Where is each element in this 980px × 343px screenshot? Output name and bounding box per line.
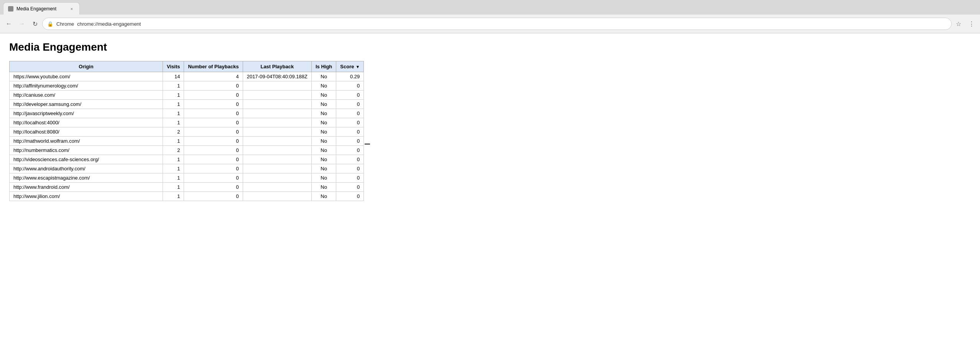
table-row: http://caniuse.com/10No0 <box>10 91 364 100</box>
nav-bar: ← → ↻ 🔒 Chrome ☆ ⋮ <box>0 15 980 33</box>
cell-last-playback <box>243 109 311 118</box>
cell-origin: https://www.youtube.com/ <box>10 72 163 81</box>
table-row: https://www.youtube.com/1442017-09-04T08… <box>10 72 364 81</box>
cell-is-high: No <box>311 146 336 155</box>
cell-last-playback <box>243 155 311 164</box>
cell-visits: 2 <box>163 127 184 137</box>
cell-last-playback <box>243 100 311 109</box>
header-last-playback[interactable]: Last Playback <box>243 61 311 72</box>
cell-visits: 1 <box>163 109 184 118</box>
cell-origin: http://www.escapistmagazine.com/ <box>10 173 163 183</box>
cell-is-high: No <box>311 192 336 201</box>
cell-last-playback <box>243 192 311 201</box>
back-button[interactable]: ← <box>3 18 15 30</box>
cell-score: 0 <box>336 146 364 155</box>
tab-favicon-icon <box>8 6 13 12</box>
table-row: http://www.escapistmagazine.com/10No0 <box>10 173 364 183</box>
menu-icon: ⋮ <box>968 20 975 28</box>
cell-is-high: No <box>311 72 336 81</box>
table-row: http://www.frandroid.com/10No0 <box>10 183 364 192</box>
cell-score: 0 <box>336 183 364 192</box>
tab-bar: Media Engagement × <box>0 0 980 15</box>
forward-button[interactable]: → <box>16 18 28 30</box>
cell-last-playback <box>243 118 311 127</box>
cell-last-playback: 2017-09-04T08:40:09.188Z <box>243 72 311 81</box>
cell-visits: 2 <box>163 146 184 155</box>
cell-origin: http://localhost:4000/ <box>10 118 163 127</box>
cell-origin: http://numbermatics.com/ <box>10 146 163 155</box>
cell-origin: http://affinitynumerology.com/ <box>10 81 163 91</box>
cell-visits: 1 <box>163 91 184 100</box>
cell-last-playback <box>243 183 311 192</box>
cell-score: 0 <box>336 118 364 127</box>
cell-playbacks: 0 <box>184 155 243 164</box>
cell-playbacks: 0 <box>184 118 243 127</box>
cell-is-high: No <box>311 155 336 164</box>
cell-playbacks: 0 <box>184 192 243 201</box>
table-wrapper: Origin Visits Number of Playbacks Last P… <box>9 61 364 201</box>
cell-score: 0 <box>336 100 364 109</box>
cell-origin: http://caniuse.com/ <box>10 91 163 100</box>
header-is-high[interactable]: Is High <box>311 61 336 72</box>
cell-playbacks: 0 <box>184 146 243 155</box>
cell-is-high: No <box>311 127 336 137</box>
table-row: http://numbermatics.com/20No0 <box>10 146 364 155</box>
browser-chrome: Media Engagement × ← → ↻ 🔒 Chrome ☆ ⋮ <box>0 0 980 33</box>
cell-visits: 1 <box>163 192 184 201</box>
tab-close-button[interactable]: × <box>69 6 75 12</box>
cell-playbacks: 0 <box>184 183 243 192</box>
header-playbacks[interactable]: Number of Playbacks <box>184 61 243 72</box>
cell-is-high: No <box>311 91 336 100</box>
table-row: http://affinitynumerology.com/10No0 <box>10 81 364 91</box>
cell-last-playback <box>243 81 311 91</box>
reload-button[interactable]: ↻ <box>29 18 41 30</box>
header-origin[interactable]: Origin <box>10 61 163 72</box>
cell-playbacks: 0 <box>184 164 243 173</box>
active-tab[interactable]: Media Engagement × <box>3 2 80 15</box>
scrollbar-thumb <box>365 143 370 145</box>
cell-playbacks: 0 <box>184 91 243 100</box>
cell-is-high: No <box>311 164 336 173</box>
media-engagement-table: Origin Visits Number of Playbacks Last P… <box>9 61 364 201</box>
cell-visits: 1 <box>163 137 184 146</box>
reload-icon: ↻ <box>33 20 38 28</box>
score-label: Score <box>340 64 354 69</box>
sort-arrow-icon: ▼ <box>355 64 360 69</box>
browser-menu-button[interactable]: ⋮ <box>966 18 977 29</box>
back-icon: ← <box>6 20 12 27</box>
cell-score: 0.29 <box>336 72 364 81</box>
cell-playbacks: 0 <box>184 109 243 118</box>
header-visits[interactable]: Visits <box>163 61 184 72</box>
table-row: http://localhost:4000/10No0 <box>10 118 364 127</box>
cell-is-high: No <box>311 118 336 127</box>
cell-visits: 1 <box>163 100 184 109</box>
cell-origin: http://developer.samsung.com/ <box>10 100 163 109</box>
cell-is-high: No <box>311 100 336 109</box>
cell-playbacks: 0 <box>184 137 243 146</box>
table-row: http://mathworld.wolfram.com/10No0 <box>10 137 364 146</box>
table-row: http://www.androidauthority.com/10No0 <box>10 164 364 173</box>
cell-last-playback <box>243 173 311 183</box>
cell-is-high: No <box>311 81 336 91</box>
cell-score: 0 <box>336 164 364 173</box>
table-row: http://www.jilion.com/10No0 <box>10 192 364 201</box>
header-score[interactable]: Score ▼ <box>336 61 364 72</box>
cell-is-high: No <box>311 109 336 118</box>
tab-title: Media Engagement <box>16 6 66 12</box>
secure-icon: 🔒 <box>47 21 53 27</box>
cell-visits: 1 <box>163 183 184 192</box>
table-header-row: Origin Visits Number of Playbacks Last P… <box>10 61 364 72</box>
address-bar[interactable]: 🔒 Chrome <box>42 18 952 30</box>
forward-icon: → <box>19 20 25 27</box>
cell-origin: http://www.frandroid.com/ <box>10 183 163 192</box>
url-input[interactable] <box>77 21 947 27</box>
cell-score: 0 <box>336 173 364 183</box>
bookmark-button[interactable]: ☆ <box>953 18 964 29</box>
cell-playbacks: 4 <box>184 72 243 81</box>
cell-score: 0 <box>336 127 364 137</box>
cell-origin: http://mathworld.wolfram.com/ <box>10 137 163 146</box>
table-row: http://developer.samsung.com/10No0 <box>10 100 364 109</box>
cell-visits: 1 <box>163 118 184 127</box>
table-body: https://www.youtube.com/1442017-09-04T08… <box>10 72 364 201</box>
cell-score: 0 <box>336 81 364 91</box>
